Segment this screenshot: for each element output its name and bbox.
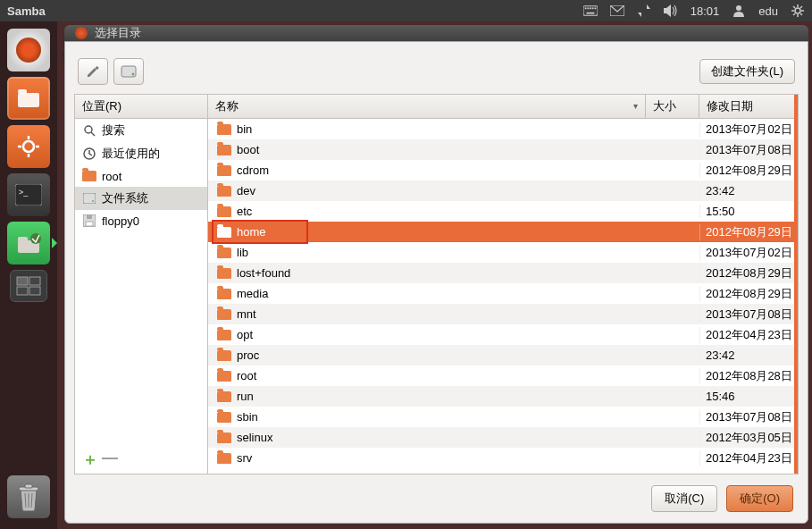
file-row[interactable]: root2012年08月28日	[208, 365, 798, 386]
clock[interactable]: 18:01	[691, 4, 720, 18]
drive-icon	[82, 191, 96, 206]
folder-icon	[217, 165, 231, 176]
dialog-toolbar: 创建文件夹(L)	[65, 42, 808, 94]
dash-button[interactable]	[7, 29, 50, 71]
samba-launcher[interactable]	[7, 222, 50, 264]
volume-icon[interactable]	[664, 4, 678, 18]
file-row[interactable]: boot2013年07月08日	[208, 139, 798, 160]
cancel-button[interactable]: 取消(C)	[651, 485, 717, 512]
gear-icon[interactable]	[791, 4, 805, 18]
folder-icon	[217, 248, 231, 258]
svg-rect-31	[29, 277, 40, 285]
svg-line-14	[793, 6, 795, 8]
place-item-最近使用的[interactable]: 最近使用的	[75, 142, 207, 165]
file-date: 2013年07月08日	[699, 306, 798, 323]
file-list-header: 名称▾ 大小 修改日期	[208, 95, 798, 119]
file-row[interactable]: sbin2013年07月08日	[208, 407, 798, 427]
file-row[interactable]: etc15:50	[208, 201, 798, 222]
place-label: 最近使用的	[102, 146, 160, 162]
svg-point-9	[795, 8, 800, 13]
svg-rect-49	[86, 222, 93, 226]
svg-point-8	[736, 5, 741, 11]
file-row[interactable]: lib2013年07月02日	[208, 242, 798, 263]
add-bookmark-button[interactable]: ＋	[82, 449, 98, 470]
svg-rect-32	[17, 287, 28, 295]
create-folder-button[interactable]: 创建文件夹(L)	[699, 59, 795, 84]
place-item-搜索[interactable]: 搜索	[75, 119, 207, 142]
place-label: root	[102, 170, 121, 183]
file-date: 2012年08月29日	[699, 286, 798, 302]
file-date: 2012年08月28日	[699, 368, 798, 384]
files-launcher[interactable]	[7, 77, 50, 120]
folder-icon	[217, 391, 231, 402]
column-date[interactable]: 修改日期	[699, 95, 798, 118]
file-date: 2013年07月02日	[699, 122, 798, 138]
ok-button[interactable]: 确定(O)	[726, 485, 793, 512]
file-name: srv	[237, 451, 252, 465]
svg-point-42	[85, 126, 92, 133]
svg-rect-30	[17, 277, 28, 285]
file-chooser-dialog: 创建文件夹(L) 位置(R) 搜索最近使用的root文件系统floppy0 ＋ …	[64, 41, 808, 524]
user-icon[interactable]	[732, 4, 746, 18]
file-date: 2012年08月29日	[699, 265, 798, 281]
path-edit-button[interactable]	[78, 58, 108, 85]
file-name: etc	[237, 205, 252, 218]
folder-icon	[217, 330, 231, 340]
file-row[interactable]: bin2013年07月02日	[208, 119, 798, 139]
places-header[interactable]: 位置(R)	[75, 95, 207, 119]
place-item-root[interactable]: root	[75, 165, 207, 187]
close-icon[interactable]	[75, 27, 88, 39]
file-name: lib	[237, 246, 248, 259]
remove-bookmark-button[interactable]: —	[102, 449, 118, 470]
place-item-文件系统[interactable]: 文件系统	[75, 187, 207, 210]
file-row[interactable]: dev23:42	[208, 181, 798, 201]
folder-icon	[217, 227, 231, 238]
column-size[interactable]: 大小	[646, 95, 699, 118]
file-row[interactable]: cdrom2012年08月29日	[208, 160, 798, 181]
svg-point-41	[132, 73, 135, 76]
settings-launcher[interactable]	[7, 125, 50, 168]
file-date: 2012年04月23日	[699, 327, 798, 343]
trash-launcher[interactable]	[7, 475, 50, 518]
workspace-switcher[interactable]	[10, 270, 47, 302]
file-row[interactable]: proc23:42	[208, 345, 798, 365]
file-row[interactable]: selinux2012年03月05日	[208, 427, 798, 448]
file-row[interactable]: media2012年08月29日	[208, 283, 798, 304]
keyboard-icon[interactable]	[583, 4, 598, 18]
file-name: bin	[237, 122, 252, 136]
column-name[interactable]: 名称▾	[208, 95, 646, 118]
file-row[interactable]: lost+found2012年08月29日	[208, 263, 798, 283]
terminal-launcher[interactable]: >_	[7, 173, 50, 216]
dialog-buttons: 取消(C) 确定(O)	[65, 474, 808, 523]
svg-rect-35	[25, 484, 32, 488]
file-date: 2012年03月05日	[699, 430, 798, 446]
recent-icon	[82, 147, 96, 161]
svg-rect-28	[18, 237, 28, 242]
svg-rect-6	[586, 13, 594, 14]
svg-rect-48	[87, 214, 92, 219]
top-menubar: Samba 18:01 edu	[0, 0, 812, 21]
file-row[interactable]: mnt2013年07月08日	[208, 304, 798, 324]
svg-rect-2	[587, 7, 589, 9]
dialog-titlebar[interactable]: 选择目录	[64, 25, 808, 41]
file-row[interactable]: home2012年08月29日	[208, 222, 798, 242]
file-date: 15:46	[699, 390, 798, 403]
drive-button[interactable]	[113, 58, 144, 85]
mail-icon[interactable]	[610, 4, 624, 18]
file-date: 2013年07月08日	[699, 409, 798, 425]
svg-rect-4	[592, 7, 594, 9]
place-item-floppy0[interactable]: floppy0	[75, 210, 207, 231]
folder-icon	[217, 432, 231, 443]
username[interactable]: edu	[758, 4, 778, 18]
file-name: sbin	[237, 410, 258, 424]
folder-icon	[217, 309, 231, 320]
file-date: 23:42	[699, 348, 798, 362]
file-row[interactable]: run15:46	[208, 386, 798, 407]
file-name: selinux	[237, 431, 272, 444]
file-row[interactable]: opt2012年04月23日	[208, 324, 798, 345]
file-row[interactable]: srv2012年04月23日	[208, 448, 798, 468]
file-name: lost+found	[237, 266, 290, 280]
folder-icon	[217, 350, 231, 361]
file-date: 2012年08月29日	[699, 163, 798, 179]
network-icon[interactable]	[637, 4, 651, 18]
